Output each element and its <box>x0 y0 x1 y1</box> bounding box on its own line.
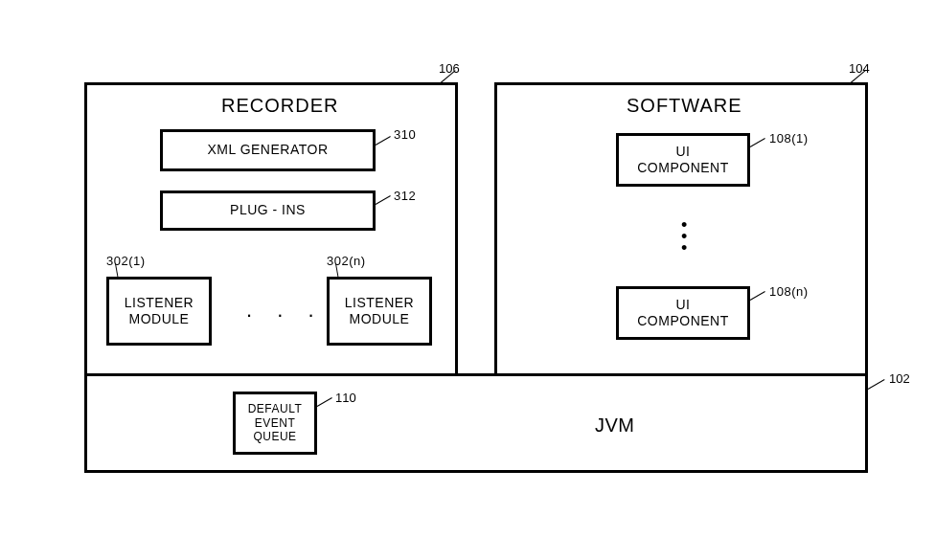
software-title: SOFTWARE <box>627 95 742 117</box>
listener-module-1-label: LISTENER MODULE <box>125 295 194 328</box>
default-event-queue-label: DEFAULT EVENT QUEUE <box>248 402 303 443</box>
ui-component-n-box: UI COMPONENT <box>616 286 750 340</box>
ui1-ref: 108(1) <box>769 131 809 146</box>
ui-component-n-label: UI COMPONENT <box>637 297 729 330</box>
plugins-lead-line <box>376 195 391 205</box>
ui-component-ellipsis: • • • <box>681 219 688 254</box>
listener2-ref: 302(n) <box>327 254 366 268</box>
xml-generator-box: XML GENERATOR <box>160 129 376 171</box>
ui2-lead-line <box>750 291 765 301</box>
plugins-label: PLUG - INS <box>230 202 306 219</box>
xml-lead-line <box>376 136 391 146</box>
ui1-lead-line <box>750 138 765 147</box>
listener-module-1-box: LISTENER MODULE <box>106 277 212 346</box>
jvm-container: JVM <box>84 373 868 473</box>
xml-generator-label: XML GENERATOR <box>207 142 328 159</box>
ui-component-1-box: UI COMPONENT <box>616 133 750 187</box>
recorder-title: RECORDER <box>221 95 338 117</box>
recorder-container: RECORDER XML GENERATOR 310 PLUG - INS 31… <box>84 82 458 376</box>
plugins-ref: 312 <box>394 189 416 203</box>
listener-module-n-box: LISTENER MODULE <box>327 277 432 346</box>
listener1-ref: 302(1) <box>106 254 146 268</box>
jvm-label: JVM <box>595 414 635 437</box>
recorder-ref: 106 <box>439 61 460 76</box>
default-event-queue-box: DEFAULT EVENT QUEUE <box>233 392 317 455</box>
jvm-ref: 102 <box>889 371 910 386</box>
ui2-ref: 108(n) <box>769 284 809 299</box>
jvm-lead-line <box>868 379 885 390</box>
listener-module-n-label: LISTENER MODULE <box>345 295 414 328</box>
diagram-stage: JVM 102 RECORDER XML GENERATOR 310 PLUG … <box>84 82 868 473</box>
software-ref: 104 <box>849 61 870 76</box>
software-container: SOFTWARE UI COMPONENT 108(1) • • • UI CO… <box>494 82 868 376</box>
ui-component-1-label: UI COMPONENT <box>637 144 729 177</box>
xml-ref: 310 <box>394 127 416 142</box>
plugins-box: PLUG - INS <box>160 190 376 231</box>
deq-ref: 110 <box>335 391 356 405</box>
listener-ellipsis: . . . <box>246 298 324 323</box>
